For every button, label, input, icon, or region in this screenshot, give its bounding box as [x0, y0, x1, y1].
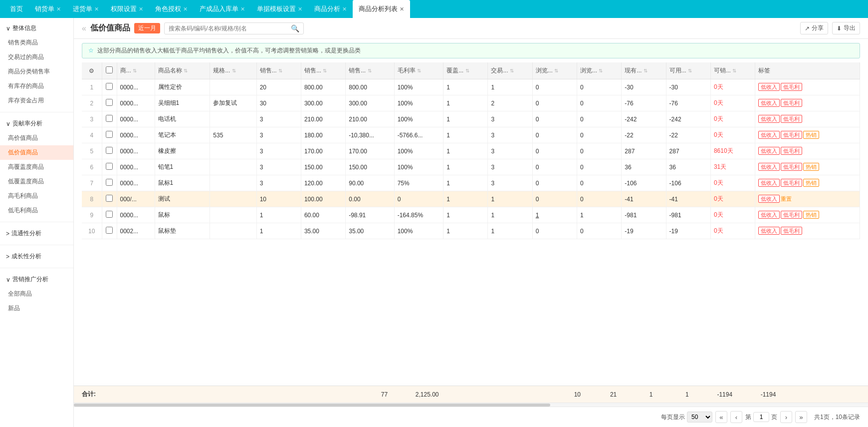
- search-icon[interactable]: 🔍: [291, 24, 299, 32]
- row-checkbox[interactable]: [106, 195, 113, 202]
- row-code: 0000...: [117, 159, 155, 175]
- sidebar-group-growth[interactable]: > 成长性分析: [0, 249, 73, 264]
- export-button[interactable]: ⬇ 导出: [832, 22, 860, 34]
- nav-close-roles[interactable]: ✕: [183, 6, 188, 12]
- sidebar-group-contribution[interactable]: ∨ 贡献率分析: [0, 116, 73, 131]
- sidebar-item-all-products[interactable]: 全部商品: [0, 287, 73, 301]
- row-transactions: 1: [488, 79, 532, 95]
- row-checkbox[interactable]: [106, 163, 113, 170]
- nav-close-sales[interactable]: ✕: [56, 6, 61, 12]
- nav-product-analysis[interactable]: 商品分析 ✕: [308, 0, 353, 18]
- sidebar-item-high-value[interactable]: 高价值商品: [0, 131, 73, 145]
- sidebar-item-traded-products[interactable]: 交易过的商品: [0, 50, 73, 64]
- nav-close-stock-in[interactable]: ✕: [240, 6, 245, 12]
- per-page-select[interactable]: 50 100 200: [687, 412, 712, 423]
- row-sales-qty: 20: [256, 79, 301, 95]
- nav-stock-in[interactable]: 产成品入库单 ✕: [194, 0, 251, 18]
- nav-permissions[interactable]: 权限设置 ✕: [105, 0, 149, 18]
- tag-low-margin: 低毛利: [781, 131, 802, 139]
- nav-purchase[interactable]: 进货单 ✕: [67, 0, 105, 18]
- header-actions: ↗ 分享 ⬇ 导出: [800, 22, 860, 34]
- sidebar-item-high-coverage[interactable]: 高覆盖度商品: [0, 160, 73, 174]
- tag-low-income: 低收入: [758, 147, 780, 155]
- search-input[interactable]: [169, 25, 288, 32]
- col-header-transactions[interactable]: 交易... ⇅: [488, 62, 532, 79]
- horizontal-scrollbar[interactable]: [74, 403, 868, 407]
- row-views: 0: [532, 79, 577, 95]
- col-header-sellable-days[interactable]: 可销... ⇅: [710, 62, 755, 79]
- nav-product-list[interactable]: 商品分析列表 ✕: [353, 0, 410, 18]
- col-header-name[interactable]: 商品名称 ⇅: [155, 62, 210, 79]
- sidebar-item-category-sales-rate[interactable]: 商品分类销售率: [0, 64, 73, 79]
- col-header-sales-price[interactable]: 销售... ⇅: [301, 62, 345, 79]
- sidebar-item-sales-products[interactable]: 销售类商品: [0, 35, 73, 50]
- col-header-code[interactable]: 商... ⇅: [117, 62, 155, 79]
- col-header-views[interactable]: 浏览... ⇅: [532, 62, 577, 79]
- row-checkbox-cell: [102, 95, 117, 111]
- row-checkbox[interactable]: [106, 179, 113, 186]
- nav-roles[interactable]: 角色授权 ✕: [149, 0, 194, 18]
- sidebar-item-in-stock[interactable]: 有库存的商品: [0, 79, 73, 93]
- row-spec: [210, 207, 256, 223]
- select-all-checkbox[interactable]: [106, 66, 113, 73]
- nav-close-purchase[interactable]: ✕: [94, 6, 99, 12]
- nav-close-product-analysis[interactable]: ✕: [342, 6, 347, 12]
- row-views: 1: [532, 207, 577, 223]
- col-header-gross-margin[interactable]: 毛利率 ⇅: [394, 62, 443, 79]
- tag-low-margin: 低毛利: [781, 163, 802, 171]
- row-checkbox[interactable]: [106, 211, 113, 218]
- first-page-btn[interactable]: «: [715, 411, 727, 423]
- row-checkbox[interactable]: [106, 227, 113, 234]
- row-checkbox[interactable]: [106, 115, 113, 122]
- nav-sales[interactable]: 销货单 ✕: [29, 0, 67, 18]
- sidebar-item-stock-fund[interactable]: 库存资金占用: [0, 93, 73, 108]
- col-header-available-stock[interactable]: 可用... ⇅: [666, 62, 710, 79]
- row-checkbox[interactable]: [106, 147, 113, 154]
- sidebar-item-high-profit[interactable]: 高毛利商品: [0, 189, 73, 203]
- time-range-tag[interactable]: 近一月: [134, 23, 160, 33]
- sidebar-item-low-profit[interactable]: 低毛利商品: [0, 203, 73, 218]
- share-button[interactable]: ↗ 分享: [800, 22, 828, 34]
- nav-template[interactable]: 单据模板设置 ✕: [251, 0, 308, 18]
- last-page-btn[interactable]: »: [795, 411, 807, 423]
- sidebar-group-flow[interactable]: > 流通性分析: [0, 226, 73, 241]
- tip-text: 这部分商品的销售收入大幅低于商品平均销售收入，价值不高，可考虑调整营销策略，或是…: [97, 47, 361, 54]
- scroll-thumb[interactable]: [74, 404, 550, 407]
- col-header-sales-amount[interactable]: 销售... ⇅: [346, 62, 394, 79]
- row-checkbox-cell: [102, 159, 117, 175]
- row-checkbox[interactable]: [106, 83, 113, 90]
- col-header-current-stock[interactable]: 现有... ⇅: [622, 62, 666, 79]
- sidebar-group-overview[interactable]: ∨ 整体信息: [0, 21, 73, 35]
- views-link[interactable]: 1: [536, 212, 539, 219]
- row-name: 铅笔1: [155, 159, 210, 175]
- row-checkbox[interactable]: [106, 131, 113, 138]
- row-checkbox[interactable]: [106, 99, 113, 106]
- next-page-btn[interactable]: ›: [780, 411, 792, 423]
- sidebar-section-overview: ∨ 整体信息 销售类商品 交易过的商品 商品分类销售率 有库存的商品 库存资金占…: [0, 18, 73, 111]
- table-row: 9 0000... 鼠标 1 60.00 -98.91 -164.85% 1 1…: [82, 207, 860, 223]
- row-name: 测试: [155, 191, 210, 207]
- nav-close-permissions[interactable]: ✕: [139, 6, 143, 12]
- sidebar-item-low-value[interactable]: 低价值商品: [0, 145, 73, 160]
- sidebar-item-low-coverage[interactable]: 低覆盖度商品: [0, 174, 73, 189]
- sidebar-group-marketing[interactable]: ∨ 营销推广分析: [0, 272, 73, 287]
- nav-home[interactable]: 首页: [4, 0, 29, 18]
- row-transactions: 3: [488, 111, 532, 127]
- nav-close-template[interactable]: ✕: [298, 6, 302, 12]
- sidebar-section-growth: > 成长性分析: [0, 246, 73, 267]
- settings-column-header[interactable]: ⚙: [82, 62, 102, 79]
- nav-close-product-list[interactable]: ✕: [400, 6, 404, 12]
- col-header-coverage[interactable]: 覆盖... ⇅: [443, 62, 488, 79]
- page-title: 低价值商品: [90, 23, 130, 33]
- sidebar-divider-1: [0, 112, 73, 112]
- row-tags: 低收入低毛利热销: [755, 127, 860, 143]
- prev-page-btn[interactable]: ‹: [730, 411, 742, 423]
- col-header-sales-qty[interactable]: 销售... ⇅: [256, 62, 301, 79]
- collapse-sidebar-btn[interactable]: «: [82, 24, 86, 33]
- page-number-input[interactable]: [753, 412, 769, 422]
- checkbox-column-header[interactable]: [102, 62, 117, 79]
- col-header-spec[interactable]: 规格... ⇅: [210, 62, 256, 79]
- tag-low-margin: 低毛利: [781, 99, 802, 107]
- sidebar-item-new-products[interactable]: 新品: [0, 301, 73, 316]
- col-header-views2[interactable]: 浏览... ⇅: [577, 62, 622, 79]
